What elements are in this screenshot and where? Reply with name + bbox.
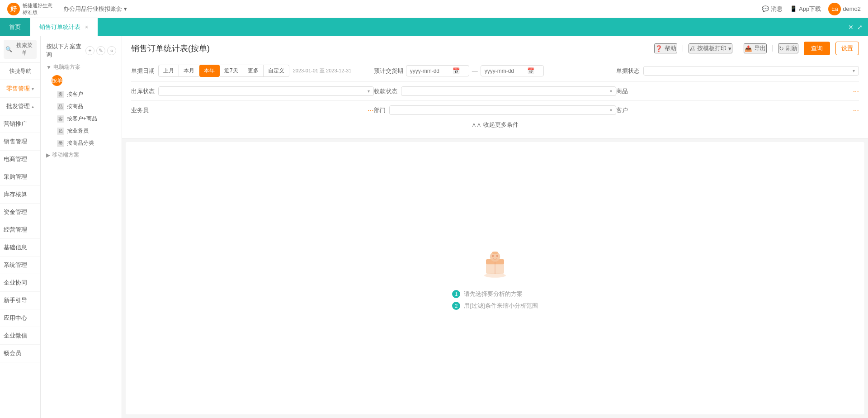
scheme-item-by-customer-goods[interactable]: 客 按客户+商品 bbox=[44, 113, 122, 125]
query-button[interactable]: 查询 bbox=[804, 42, 830, 55]
filter-row-1: 单据日期 上月 本月 本年 近7天 更多 自定义 2023-01-01 至 20… bbox=[131, 65, 859, 82]
tab-maximize-icon[interactable]: ⤢ bbox=[857, 24, 863, 31]
settings-button[interactable]: 设置 bbox=[835, 42, 859, 55]
category-icon: 类 bbox=[57, 140, 64, 147]
chevron-down-icon: ▼ bbox=[46, 64, 52, 71]
export-button[interactable]: 📤 导出 bbox=[744, 43, 767, 53]
date-btn-last-month[interactable]: 上月 bbox=[158, 65, 179, 77]
mobile-section-header[interactable]: ▶ 移动端方案 bbox=[41, 149, 122, 161]
salesman-icon: 员 bbox=[57, 128, 64, 135]
scheme-item-by-customer[interactable]: 客 按客户 bbox=[44, 88, 122, 100]
salesman-cell: 业务员 ··· bbox=[131, 105, 374, 115]
sidebar-item-operations[interactable]: 经营管理 bbox=[0, 221, 40, 239]
scheme-item-by-salesman[interactable]: 员 按业务员 bbox=[44, 125, 122, 137]
customer-goods-icon: 客 bbox=[57, 115, 64, 123]
message-button[interactable]: 💬 消息 bbox=[762, 5, 783, 13]
help-button[interactable]: ❓ 帮助 bbox=[654, 43, 677, 53]
print-chevron-icon: ▾ bbox=[728, 45, 731, 52]
add-scheme-button[interactable]: + bbox=[85, 46, 94, 55]
search-icon: 🔍 bbox=[5, 46, 12, 52]
search-menu-button[interactable]: 🔍 搜索菜单 bbox=[4, 40, 37, 59]
date-btn-7days[interactable]: 近7天 bbox=[220, 65, 243, 77]
sidebar-item-vip[interactable]: 畅会员 bbox=[0, 345, 40, 362]
sidebar-item-marketing[interactable]: 营销推广 bbox=[0, 115, 40, 133]
left-panel-actions: + ✎ « bbox=[85, 46, 116, 55]
date-separator: — bbox=[472, 67, 478, 74]
date-to-input[interactable] bbox=[485, 68, 525, 74]
collapse-button[interactable]: ∧∧ 收起更多条件 bbox=[472, 121, 519, 128]
main-layout: 🔍 搜索菜单 快捷导航 零售管理 ▾ 批发管理 ▴ 营销推广 销售管理 电商管理… bbox=[0, 36, 868, 418]
date-btn-more[interactable]: 更多 bbox=[243, 65, 264, 77]
empty-illustration bbox=[477, 247, 513, 283]
user-avatar[interactable]: Ea demo2 bbox=[828, 3, 861, 15]
left-panel: 按以下方案查询 + ✎ « ▼ 电脑端方案 按单 客 按客户 bbox=[41, 36, 122, 418]
export-icon: 📤 bbox=[745, 45, 752, 52]
receive-status-chevron-icon: ▾ bbox=[610, 89, 612, 94]
sidebar-item-retail[interactable]: 零售管理 ▾ bbox=[0, 80, 40, 98]
sidebar-item-wholesale[interactable]: 批发管理 ▴ bbox=[0, 98, 40, 115]
page-actions: ❓ 帮助 🖨 按模板打印 ▾ 📤 导出 bbox=[654, 42, 859, 55]
sidebar-item-system[interactable]: 系统管理 bbox=[0, 256, 40, 274]
date-filter-cell: 单据日期 上月 本月 本年 近7天 更多 自定义 2023-01-01 至 20… bbox=[131, 65, 374, 77]
salesman-more-button[interactable]: ··· bbox=[368, 106, 373, 114]
tab-home[interactable]: 首页 bbox=[0, 18, 30, 36]
active-scheme-badge: 按单 bbox=[52, 75, 62, 86]
refresh-button[interactable]: ↻ 刷新 bbox=[778, 43, 798, 53]
calendar-icon-from: 📅 bbox=[453, 67, 460, 74]
ship-status-cell: 出库状态 ▾ bbox=[131, 86, 374, 96]
logo-area: 好 畅捷通好生意 标准版 bbox=[7, 2, 52, 15]
empty-state: 1 请先选择要分析的方案 2 用[过滤]条件来缩小分析范围 bbox=[452, 247, 538, 310]
date-btn-this-month[interactable]: 本月 bbox=[179, 65, 199, 77]
receive-status-select[interactable]: ▾ bbox=[401, 86, 617, 96]
scheme-item-by-category[interactable]: 类 按商品分类 bbox=[44, 137, 122, 149]
divider2 bbox=[738, 45, 738, 52]
customer-more-button[interactable]: ··· bbox=[853, 106, 859, 114]
date-from-input[interactable] bbox=[410, 68, 451, 74]
tab-close-icon[interactable]: × bbox=[85, 24, 88, 30]
scheme-item-by-order[interactable]: 按单 bbox=[44, 73, 122, 88]
sidebar-item-enterprise[interactable]: 企业协同 bbox=[0, 274, 40, 292]
print-button[interactable]: 🖨 按模板打印 ▾ bbox=[689, 43, 732, 53]
scheme-list: 按单 客 按客户 品 按商品 客 按客户+商品 员 按业务员 bbox=[41, 73, 122, 149]
main-panel: 销售订单统计表(按单) ❓ 帮助 🖨 按模板打印 ▾ 📤 bbox=[122, 36, 868, 418]
sidebar-item-guide[interactable]: 新手引导 bbox=[0, 292, 40, 309]
date-filter-group: 上月 本月 本年 近7天 更多 自定义 bbox=[158, 65, 289, 77]
expected-date-cell: 预计交货期 📅 — 📅 bbox=[374, 65, 617, 77]
date-btn-custom[interactable]: 自定义 bbox=[264, 65, 289, 77]
date-btn-this-year[interactable]: 本年 bbox=[199, 65, 220, 77]
svg-point-0 bbox=[484, 273, 506, 278]
sidebar-item-inventory[interactable]: 库存核算 bbox=[0, 186, 40, 204]
tab-close-window-icon[interactable]: ✕ bbox=[848, 24, 854, 31]
dept-select[interactable]: ▾ bbox=[389, 105, 617, 115]
sidebar-item-wechat[interactable]: 企业微信 bbox=[0, 327, 40, 345]
result-area: 1 请先选择要分析的方案 2 用[过滤]条件来缩小分析范围 bbox=[126, 142, 864, 414]
sidebar-item-procurement[interactable]: 采购管理 bbox=[0, 168, 40, 186]
status-select[interactable]: ▾ bbox=[643, 66, 859, 76]
ship-status-select[interactable]: ▾ bbox=[158, 86, 374, 96]
sidebar: 🔍 搜索菜单 快捷导航 零售管理 ▾ 批发管理 ▴ 营销推广 销售管理 电商管理… bbox=[0, 36, 41, 418]
dept-cell: 部门 ▾ bbox=[374, 105, 617, 115]
left-panel-header: 按以下方案查询 + ✎ « bbox=[41, 40, 122, 62]
sidebar-item-sales[interactable]: 销售管理 bbox=[0, 133, 40, 151]
sidebar-item-basic-info[interactable]: 基础信息 bbox=[0, 239, 40, 256]
filter-area: 单据日期 上月 本月 本年 近7天 更多 自定义 2023-01-01 至 20… bbox=[122, 59, 868, 138]
goods-icon: 品 bbox=[57, 103, 64, 110]
edit-scheme-button[interactable]: ✎ bbox=[96, 46, 105, 55]
tab-sales-order[interactable]: 销售订单统计表 × bbox=[30, 18, 98, 36]
expected-date-from[interactable]: 📅 bbox=[406, 65, 469, 76]
scheme-item-by-goods[interactable]: 品 按商品 bbox=[44, 100, 122, 113]
sidebar-item-ecommerce[interactable]: 电商管理 bbox=[0, 151, 40, 168]
goods-more-button[interactable]: ··· bbox=[853, 87, 859, 95]
app-download-button[interactable]: 📱 App下载 bbox=[790, 5, 821, 13]
sidebar-item-app-center[interactable]: 应用中心 bbox=[0, 309, 40, 327]
status-filter-cell: 单据状态 ▾ bbox=[616, 65, 859, 77]
pc-section-header[interactable]: ▼ 电脑端方案 bbox=[41, 62, 122, 73]
collapse-panel-button[interactable]: « bbox=[107, 46, 116, 55]
expected-date-to[interactable]: 📅 bbox=[481, 65, 544, 76]
app-selector[interactable]: 办公用品行业模拟账套 ▾ bbox=[63, 5, 127, 13]
sidebar-item-finance[interactable]: 资金管理 bbox=[0, 204, 40, 221]
tab-bar: 首页 销售订单统计表 × ✕ ⤢ bbox=[0, 18, 868, 36]
receive-status-cell: 收款状态 ▾ bbox=[374, 86, 617, 96]
top-bar-left: 好 畅捷通好生意 标准版 办公用品行业模拟账套 ▾ bbox=[7, 2, 127, 15]
empty-tip-2: 2 用[过滤]条件来缩小分析范围 bbox=[452, 302, 538, 310]
